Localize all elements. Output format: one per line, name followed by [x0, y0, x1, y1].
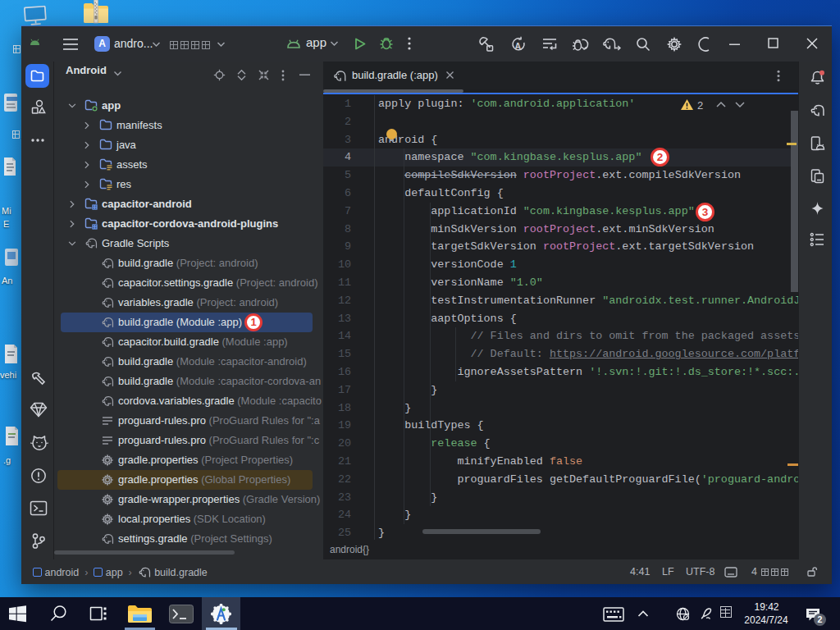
svg-text:A: A [515, 41, 522, 51]
